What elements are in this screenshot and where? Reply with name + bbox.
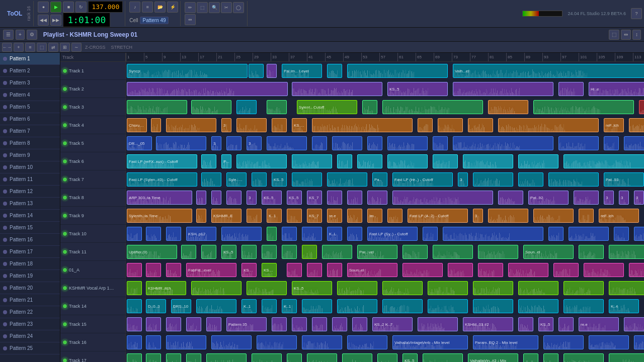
pattern-block-12-4[interactable]: KSH..2 <box>242 263 257 277</box>
pattern-block-7-9[interactable]: 3 <box>458 172 468 187</box>
pattern-block-7-10[interactable] <box>473 172 513 187</box>
pattern-block-16-7[interactable]: ValhallaVintageVerb - Mix level <box>392 335 468 349</box>
pattern-item-14[interactable]: Pattern 14 <box>0 210 60 222</box>
track-header-5[interactable]: Track 5 <box>60 134 126 152</box>
pattern-block-2-5[interactable]: Hi..e <box>589 82 644 96</box>
pattern-block-17-7[interactable] <box>307 353 337 362</box>
pattern-block-16-8[interactable]: Param. EQ 2 - Mix level <box>473 335 538 349</box>
pattern-block-8-11[interactable] <box>392 191 493 205</box>
pattern-block-2-1[interactable] <box>292 82 382 96</box>
pattern-block-11-11[interactable] <box>433 245 473 259</box>
pattern-block-15-13[interactable]: KSHM..03 #2 <box>463 317 513 331</box>
pattern-block-3-3[interactable] <box>267 100 287 114</box>
pattern-block-9-9[interactable]: Im.. <box>367 209 382 223</box>
pattern-block-7-5[interactable] <box>292 172 322 187</box>
pattern-block-11-4[interactable] <box>242 245 257 259</box>
pattern-block-15-8[interactable] <box>312 317 327 331</box>
pattern-block-12-9[interactable]: Soun..el <box>347 263 397 277</box>
pattern-block-9-12[interactable]: 3 <box>473 209 483 223</box>
pattern-block-14-5[interactable] <box>262 299 277 313</box>
pattern-block-12-2[interactable] <box>166 263 181 277</box>
pattern-block-10-16[interactable] <box>634 227 644 241</box>
pattern-block-17-0[interactable] <box>127 353 142 362</box>
pattern-block-17-3[interactable] <box>186 353 201 362</box>
pattern-block-7-6[interactable] <box>327 172 367 187</box>
track-content-15[interactable]: Pattern 35KS..2 K..7KSHM..03 #2KS..5re.e <box>126 315 644 333</box>
pattern-block-13-3[interactable] <box>247 281 287 295</box>
pattern-block-14-13[interactable] <box>564 299 604 313</box>
pattern-block-6-2[interactable]: P..1 <box>221 154 231 168</box>
pattern-item-10[interactable]: Pattern 10 <box>0 161 60 173</box>
track-led-4[interactable] <box>62 123 67 128</box>
pattern-block-14-8[interactable] <box>337 299 377 313</box>
track-content-1[interactable]: SyncpPal.im... l.evelValh...el <box>126 62 644 79</box>
pattern-block-12-5[interactable]: KSH..2 <box>262 263 277 277</box>
pattern-block-10-9[interactable] <box>347 227 362 241</box>
pattern-block-11-12[interactable] <box>478 245 518 259</box>
help-btn[interactable]: ? <box>631 8 642 19</box>
pattern-block-5-7[interactable] <box>332 136 362 150</box>
track-content-5[interactable]: DR..._0533me <box>126 134 644 152</box>
pattern-block-7-8[interactable]: Fast LP (lre..) - Cutoff <box>392 172 453 187</box>
pattern-block-14-1[interactable]: D..0..3 <box>146 299 166 313</box>
pattern-block-5-10[interactable] <box>433 136 448 150</box>
pattern-block-16-2[interactable] <box>166 335 206 349</box>
pattern-block-17-4[interactable] <box>206 353 247 362</box>
pattern-block-8-9[interactable] <box>347 191 362 205</box>
pattern-block-11-15[interactable] <box>609 245 644 259</box>
pattern-block-7-7[interactable]: Pa.. <box>372 172 387 187</box>
pattern-block-8-2[interactable] <box>211 191 221 205</box>
track-content-11[interactable]: Uplifter.(0)KS..5Par.. velSoun..elKS..7K… <box>126 243 644 260</box>
pattern-block-7-11[interactable] <box>518 172 543 187</box>
pattern-block-1-0[interactable]: Syncp <box>127 64 248 78</box>
track-header-8[interactable]: Track 8 <box>60 189 126 206</box>
pattern-block-6-5[interactable] <box>337 154 352 168</box>
pattern-item-7[interactable]: Pattern 7 <box>0 125 60 137</box>
playlist-zoom-btn[interactable]: + <box>16 30 25 40</box>
pattern-block-12-12[interactable] <box>478 263 503 277</box>
track-content-17[interactable]: KS..5ValhallaVin..#2 - MixDRS..#2 <box>126 351 644 362</box>
piano-btn[interactable]: ♪ <box>129 2 140 13</box>
pattern-block-11-13[interactable]: Soun..el <box>523 245 574 259</box>
track-header-4[interactable]: Track 4 <box>60 116 126 134</box>
pattern-item-4[interactable]: Pattern 4 <box>0 89 60 101</box>
pattern-block-1-2[interactable] <box>267 64 277 78</box>
bpm-display[interactable]: 137.000 <box>88 1 123 13</box>
ptool-7[interactable]: ∼ <box>71 43 82 52</box>
pattern-block-12-15[interactable] <box>584 263 624 277</box>
pattern-block-10-7[interactable] <box>302 227 322 241</box>
pattern-block-4-0[interactable]: Chorus...x.level <box>127 118 147 132</box>
pattern-block-12-6[interactable] <box>287 263 302 277</box>
pattern-block-7-3[interactable] <box>252 172 267 187</box>
pattern-block-11-9[interactable]: Par.. vel <box>357 245 397 259</box>
pattern-block-13-7[interactable] <box>428 281 468 295</box>
pattern-block-7-12[interactable] <box>548 172 599 187</box>
plugin-btn[interactable]: ⚡ <box>167 2 178 13</box>
pattern-block-8-3[interactable] <box>226 191 242 205</box>
pattern-block-9-10[interactable] <box>387 209 403 223</box>
pattern-block-13-8[interactable] <box>473 281 513 295</box>
pattern-block-8-7[interactable]: KS_7 <box>307 191 322 205</box>
pattern-block-5-13[interactable] <box>604 136 619 150</box>
pattern-block-14-0[interactable] <box>127 299 142 313</box>
pattern-block-16-5[interactable] <box>302 335 342 349</box>
pattern-block-10-15[interactable] <box>614 227 629 241</box>
pattern-block-4-9[interactable] <box>438 118 463 132</box>
pattern-block-14-9[interactable] <box>382 299 423 313</box>
pattern-block-7-0[interactable]: Fast LP (Sylen..#3) - Cutoff <box>127 172 197 187</box>
pattern-block-5-2[interactable]: 3 <box>211 136 221 150</box>
pattern-block-5-6[interactable] <box>312 136 327 150</box>
pattern-block-5-4[interactable]: 3 <box>247 136 262 150</box>
pattern-item-16[interactable]: Pattern 16 <box>0 234 60 246</box>
pattern-block-6-11[interactable] <box>564 154 644 168</box>
pattern-block-9-15[interactable] <box>579 209 594 223</box>
pattern-block-9-5[interactable] <box>287 209 302 223</box>
track-header-1[interactable]: Track 1 <box>60 62 126 79</box>
pattern-block-8-17[interactable]: 3 <box>634 191 644 205</box>
draw-btn[interactable]: ✏ <box>185 2 196 13</box>
pattern-block-5-1[interactable] <box>156 136 206 150</box>
pattern-block-14-4[interactable]: K..1 <box>242 299 257 313</box>
pattern-block-13-6[interactable] <box>382 281 423 295</box>
pattern-block-5-3[interactable] <box>226 136 242 150</box>
track-led-11[interactable] <box>62 249 67 254</box>
